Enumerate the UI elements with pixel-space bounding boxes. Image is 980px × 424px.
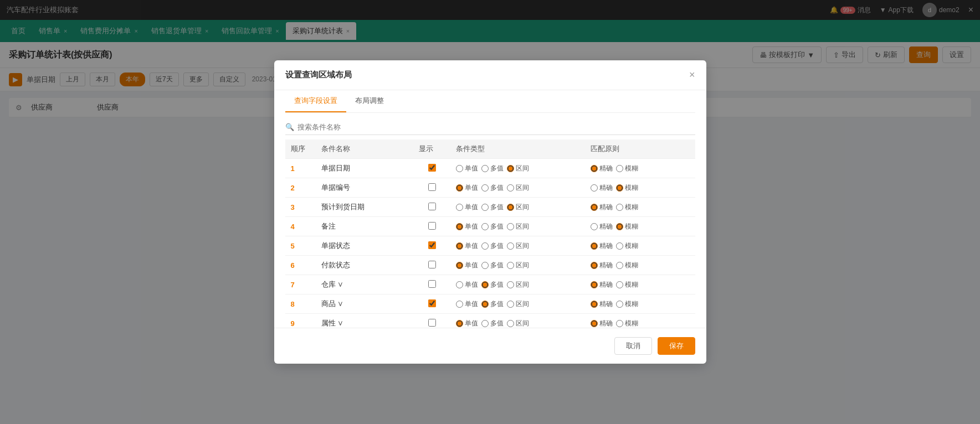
type-option-0-0[interactable]: 单值: [456, 164, 478, 173]
rule-option-0-1[interactable]: 模糊: [616, 164, 638, 173]
cell-type-7: 单值多值区间: [450, 294, 585, 313]
type-option-5-1[interactable]: 多值: [481, 261, 504, 270]
type-option-4-0[interactable]: 单值: [456, 241, 478, 251]
rule-option-2-1[interactable]: 模糊: [616, 203, 638, 212]
type-option-6-0[interactable]: 单值: [456, 280, 478, 289]
th-type: 条件类型: [450, 139, 585, 159]
show-checkbox-7[interactable]: [428, 299, 436, 307]
modal: 设置查询区域布局 × 查询字段设置 布局调整 🔍 顺序: [274, 60, 706, 313]
rule-option-4-0[interactable]: 精确: [591, 241, 613, 251]
cell-name-7: 商品 ∨: [316, 294, 414, 313]
cell-type-5: 单值多值区间: [450, 256, 585, 275]
show-checkbox-2[interactable]: [428, 203, 436, 210]
cell-type-6: 单值多值区间: [450, 275, 585, 294]
type-option-2-1[interactable]: 多值: [481, 203, 504, 212]
cell-show-0: [413, 159, 450, 178]
table-row: 4备注单值多值区间精确模糊: [285, 217, 695, 236]
cell-type-1: 单值多值区间: [450, 178, 585, 198]
show-checkbox-0[interactable]: [428, 164, 436, 172]
type-option-4-1[interactable]: 多值: [481, 241, 504, 251]
cell-order-7: 8: [285, 294, 316, 313]
show-checkbox-1[interactable]: [428, 183, 436, 191]
show-checkbox-3[interactable]: [428, 222, 436, 230]
type-option-7-1[interactable]: 多值: [481, 299, 504, 309]
cell-name-1: 单据编号: [316, 178, 414, 198]
modal-tab-layout[interactable]: 布局调整: [346, 90, 393, 112]
modal-tabs: 查询字段设置 布局调整: [285, 90, 695, 113]
cell-name-2: 预计到货日期: [316, 198, 414, 217]
cell-order-0: 1: [285, 159, 316, 178]
search-input[interactable]: [297, 123, 408, 131]
search-bar: 🔍: [285, 120, 695, 135]
type-option-1-1[interactable]: 多值: [481, 183, 504, 193]
type-option-6-1[interactable]: 多值: [481, 280, 504, 289]
modal-overlay: 设置查询区域布局 × 查询字段设置 布局调整 🔍 顺序: [0, 0, 980, 313]
table-row: 6付款状态单值多值区间精确模糊: [285, 256, 695, 275]
cell-rule-0: 精确模糊: [585, 159, 695, 178]
rule-option-2-0[interactable]: 精确: [591, 203, 613, 212]
type-option-2-2[interactable]: 区间: [507, 203, 529, 212]
type-option-5-0[interactable]: 单值: [456, 261, 478, 270]
type-option-5-2[interactable]: 区间: [507, 261, 529, 270]
rule-option-0-0[interactable]: 精确: [591, 164, 613, 173]
cell-name-6: 仓库 ∨: [316, 275, 414, 294]
type-option-6-2[interactable]: 区间: [507, 280, 529, 289]
cell-show-1: [413, 178, 450, 198]
cell-order-1: 2: [285, 178, 316, 198]
modal-header: 设置查询区域布局 ×: [274, 60, 706, 90]
show-checkbox-6[interactable]: [428, 280, 436, 288]
table-row: 2单据编号单值多值区间精确模糊: [285, 178, 695, 198]
type-option-3-0[interactable]: 单值: [456, 222, 478, 231]
cell-order-6: 7: [285, 275, 316, 294]
rule-option-7-0[interactable]: 精确: [591, 299, 613, 309]
cell-name-4: 单据状态: [316, 236, 414, 256]
cell-show-2: [413, 198, 450, 217]
type-option-0-1[interactable]: 多值: [481, 164, 504, 173]
cell-order-4: 5: [285, 236, 316, 256]
type-option-3-2[interactable]: 区间: [507, 222, 529, 231]
modal-title: 设置查询区域布局: [285, 70, 352, 80]
cell-name-0: 单据日期: [316, 159, 414, 178]
cell-rule-5: 精确模糊: [585, 256, 695, 275]
type-option-1-2[interactable]: 区间: [507, 183, 529, 193]
cell-show-6: [413, 275, 450, 294]
rule-option-6-0[interactable]: 精确: [591, 280, 613, 289]
rule-option-1-0[interactable]: 精确: [591, 183, 613, 193]
cell-show-3: [413, 217, 450, 236]
type-option-4-2[interactable]: 区间: [507, 241, 529, 251]
cell-rule-2: 精确模糊: [585, 198, 695, 217]
modal-body: 查询字段设置 布局调整 🔍 顺序 条件名称 显示 条件类型: [274, 90, 706, 313]
conditions-table-scroll: 顺序 条件名称 显示 条件类型 匹配原则 1单据日期单值多值区间精确模糊2单据编…: [285, 139, 695, 313]
rule-option-5-1[interactable]: 模糊: [616, 261, 638, 270]
type-option-7-0[interactable]: 单值: [456, 299, 478, 309]
cell-name-5: 付款状态: [316, 256, 414, 275]
show-checkbox-5[interactable]: [428, 261, 436, 268]
cell-rule-7: 精确模糊: [585, 294, 695, 313]
type-option-2-0[interactable]: 单值: [456, 203, 478, 212]
type-option-1-0[interactable]: 单值: [456, 183, 478, 193]
modal-tab-query[interactable]: 查询字段设置: [285, 90, 346, 112]
th-show: 显示: [413, 139, 450, 159]
conditions-table: 顺序 条件名称 显示 条件类型 匹配原则 1单据日期单值多值区间精确模糊2单据编…: [285, 139, 695, 313]
rule-option-1-1[interactable]: 模糊: [616, 183, 638, 193]
rule-option-7-1[interactable]: 模糊: [616, 299, 638, 309]
cell-rule-3: 精确模糊: [585, 217, 695, 236]
table-row: 3预计到货日期单值多值区间精确模糊: [285, 198, 695, 217]
type-option-0-2[interactable]: 区间: [507, 164, 529, 173]
rule-option-4-1[interactable]: 模糊: [616, 241, 638, 251]
cell-order-2: 3: [285, 198, 316, 217]
rule-option-3-1[interactable]: 模糊: [616, 222, 638, 231]
cell-show-5: [413, 256, 450, 275]
rule-option-5-0[interactable]: 精确: [591, 261, 613, 270]
cell-type-3: 单值多值区间: [450, 217, 585, 236]
cell-rule-4: 精确模糊: [585, 236, 695, 256]
cell-rule-6: 精确模糊: [585, 275, 695, 294]
modal-close-btn[interactable]: ×: [689, 69, 695, 81]
cell-order-3: 4: [285, 217, 316, 236]
type-option-7-2[interactable]: 区间: [507, 299, 529, 309]
rule-option-6-1[interactable]: 模糊: [616, 280, 638, 289]
cell-show-4: [413, 236, 450, 256]
show-checkbox-4[interactable]: [428, 241, 436, 249]
type-option-3-1[interactable]: 多值: [481, 222, 504, 231]
rule-option-3-0[interactable]: 精确: [591, 222, 613, 231]
